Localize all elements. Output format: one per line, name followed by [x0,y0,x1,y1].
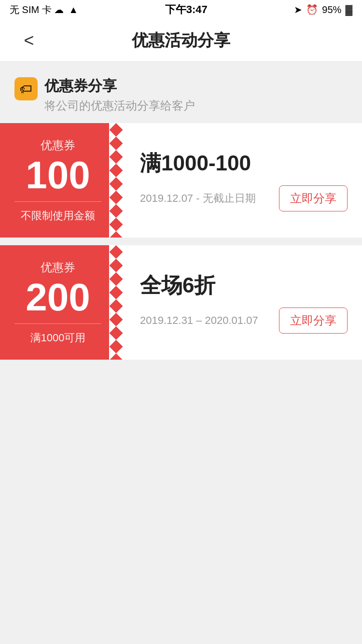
coupon-condition-1: 不限制使用金额 [21,209,95,223]
coupon-name-1: 满1000-100 [140,149,348,178]
battery-level: 95% [322,4,341,15]
wifi-icon: ▲ [69,4,78,15]
section-subtitle: 将公司的优惠活动分享给客户 [44,98,195,113]
status-left: 无 SIM 卡 ☁ ▲ [10,3,78,16]
back-icon: < [24,30,34,51]
empty-area [0,382,362,623]
coupon-list: 优惠券 100 不限制使用金额 满1000-100 2019.12.07 - 无… [0,123,362,382]
section-title: 优惠券分享 [44,76,195,96]
coupon-right-1: 满1000-100 2019.12.07 - 无截止日期 立即分享 [116,123,362,238]
coupon-condition-2: 满1000可用 [30,331,86,345]
section-header: 🏷 优惠券分享 将公司的优惠活动分享给客户 [0,62,362,123]
section-text: 优惠券分享 将公司的优惠活动分享给客户 [44,76,195,113]
coupon-meta-2: 2019.12.31 – 2020.01.07 立即分享 [140,308,348,334]
coupon-name-2: 全场6折 [140,271,348,300]
coupon-divider-2 [14,323,101,324]
coupon-meta-1: 2019.12.07 - 无截止日期 立即分享 [140,185,348,211]
coupon-left-1: 优惠券 100 不限制使用金额 [0,123,116,238]
coupon-card-2: 优惠券 200 满1000可用 全场6折 2019.12.31 – 2020.0… [0,245,362,360]
share-button-2[interactable]: 立即分享 [279,308,348,334]
coupon-left-2: 优惠券 200 满1000可用 [0,245,116,360]
coupon-date-2: 2019.12.31 – 2020.01.07 [140,314,273,327]
coupon-date-1: 2019.12.07 - 无截止日期 [140,191,273,206]
coupon-label-1: 优惠券 [41,138,75,153]
coupon-share-icon: 🏷 [20,82,32,97]
status-bar: 无 SIM 卡 ☁ ▲ 下午3:47 ➤ ⏰ 95% ▓ [0,0,362,19]
coupon-value-2: 200 [26,278,90,317]
location-icon: ➤ [294,4,302,15]
share-button-1[interactable]: 立即分享 [279,185,348,211]
coupon-value-1: 100 [26,156,90,195]
coupon-card-1: 优惠券 100 不限制使用金额 满1000-100 2019.12.07 - 无… [0,123,362,238]
section-icon: 🏷 [14,77,38,100]
status-time: 下午3:47 [165,2,208,17]
status-right: ➤ ⏰ 95% ▓ [294,4,352,15]
coupon-label-2: 优惠券 [41,260,75,275]
battery-icon: ▓ [345,4,352,15]
page-title: 优惠活动分享 [132,29,230,52]
nav-bar: < 优惠活动分享 [0,19,362,62]
coupon-right-2: 全场6折 2019.12.31 – 2020.01.07 立即分享 [116,245,362,360]
coupon-divider-1 [14,201,101,202]
back-button[interactable]: < [14,26,43,55]
no-sim-label: 无 SIM 卡 ☁ [10,3,64,16]
alarm-icon: ⏰ [306,4,318,15]
